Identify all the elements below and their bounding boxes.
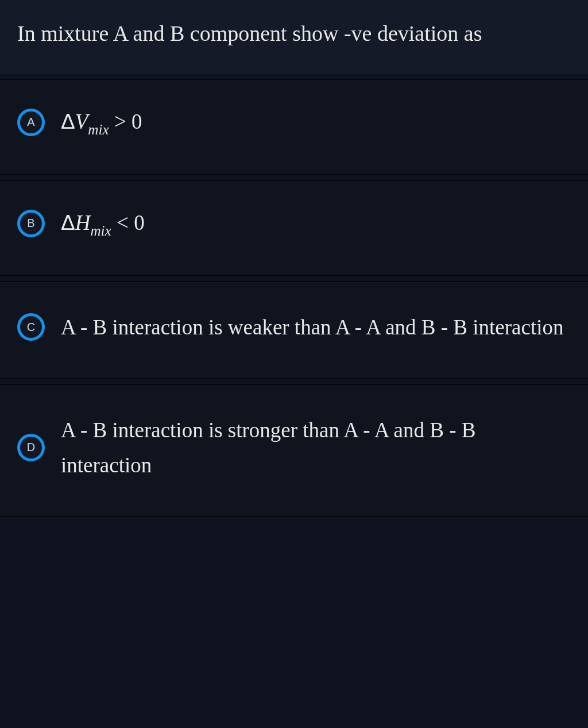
relation: > 0 bbox=[109, 110, 142, 133]
option-badge-c: C bbox=[17, 313, 45, 341]
relation: < 0 bbox=[111, 211, 145, 234]
options-list: A ΔVmix > 0 B ΔHmix < 0 C A - B interact… bbox=[0, 74, 588, 517]
delta-symbol: Δ bbox=[61, 211, 75, 234]
option-b-text: ΔHmix < 0 bbox=[61, 205, 145, 242]
var-symbol: H bbox=[75, 211, 91, 234]
question-text: In mixture A and B component show -ve de… bbox=[0, 0, 588, 74]
option-a[interactable]: A ΔVmix > 0 bbox=[0, 79, 588, 175]
subscript: mix bbox=[88, 122, 109, 137]
option-c[interactable]: C A - B interaction is weaker than A - A… bbox=[0, 281, 588, 379]
option-d-text: A - B interaction is stronger than A - A… bbox=[61, 413, 571, 483]
option-a-text: ΔVmix > 0 bbox=[61, 104, 142, 141]
option-c-text: A - B interaction is weaker than A - A a… bbox=[61, 310, 563, 345]
option-badge-a: A bbox=[17, 109, 45, 136]
option-b[interactable]: B ΔHmix < 0 bbox=[0, 180, 588, 276]
subscript: mix bbox=[90, 223, 111, 238]
var-symbol: V bbox=[75, 110, 88, 133]
option-badge-d: D bbox=[17, 434, 45, 461]
delta-symbol: Δ bbox=[61, 110, 75, 133]
option-badge-b: B bbox=[17, 210, 45, 237]
option-d[interactable]: D A - B interaction is stronger than A -… bbox=[0, 384, 588, 517]
